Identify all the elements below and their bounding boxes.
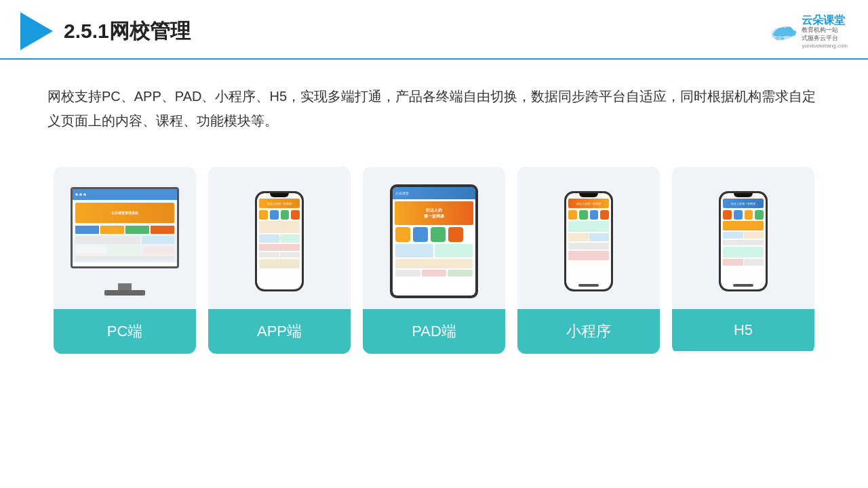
h5-phone: 职达人的第一堂网课: [719, 191, 768, 291]
miniprogram-card: 职达人的第一堂网课: [517, 167, 660, 354]
header: 2.5.1网校管理 云朵 云朵课堂 教育机构一站 式服务云平台 yunduoke…: [0, 0, 868, 60]
brand-url: yunduoketang.com: [802, 43, 848, 49]
pc-monitor: 云朵课堂管理系统: [67, 187, 182, 296]
app-label: APP端: [208, 309, 351, 354]
pad-label: PAD端: [363, 309, 505, 354]
pad-tablet: 云朵课堂 职达人的第一堂网课: [390, 184, 478, 298]
h5-img-area: 职达人的第一堂网课: [672, 167, 814, 309]
pc-img-area: 云朵课堂管理系统: [54, 167, 196, 309]
pad-img-area: 云朵课堂 职达人的第一堂网课: [363, 167, 505, 309]
svg-text:云朵: 云朵: [775, 35, 785, 40]
cloud-logo-icon: 云朵: [768, 21, 797, 41]
cards-section: 云朵课堂管理系统: [0, 146, 868, 354]
description-text: 网校支持PC、APP、PAD、小程序、H5，实现多端打通，产品各终端自由切换，数…: [0, 60, 868, 146]
header-left: 2.5.1网校管理: [20, 12, 191, 50]
brand-text: 云朵课堂 教育机构一站 式服务云平台 yunduoketang.com: [802, 14, 848, 49]
miniprogram-label: 小程序: [517, 309, 660, 354]
monitor-screen: 云朵课堂管理系统: [71, 187, 179, 268]
app-phone: 职达人的第一堂网课: [255, 191, 304, 291]
brand-logo: 云朵 云朵课堂 教育机构一站 式服务云平台 yunduoketang.com: [768, 14, 848, 49]
h5-label: H5: [672, 309, 814, 351]
miniprogram-img-area: 职达人的第一堂网课: [517, 167, 660, 309]
miniprogram-phone: 职达人的第一堂网课: [564, 191, 613, 291]
pc-card: 云朵课堂管理系统: [54, 167, 196, 354]
pc-label: PC端: [54, 309, 196, 354]
h5-card: 职达人的第一堂网课: [672, 167, 814, 354]
pad-card: 云朵课堂 职达人的第一堂网课: [363, 167, 505, 354]
brand-tagline: 教育机构一站 式服务云平台: [802, 26, 838, 42]
logo-triangle-icon: [20, 12, 53, 50]
page-title: 2.5.1网校管理: [64, 18, 191, 45]
header-right: 云朵 云朵课堂 教育机构一站 式服务云平台 yunduoketang.com: [768, 14, 848, 49]
app-card: 职达人的第一堂网课: [208, 167, 351, 354]
app-img-area: 职达人的第一堂网课: [208, 167, 351, 309]
brand-name: 云朵课堂: [802, 14, 845, 26]
